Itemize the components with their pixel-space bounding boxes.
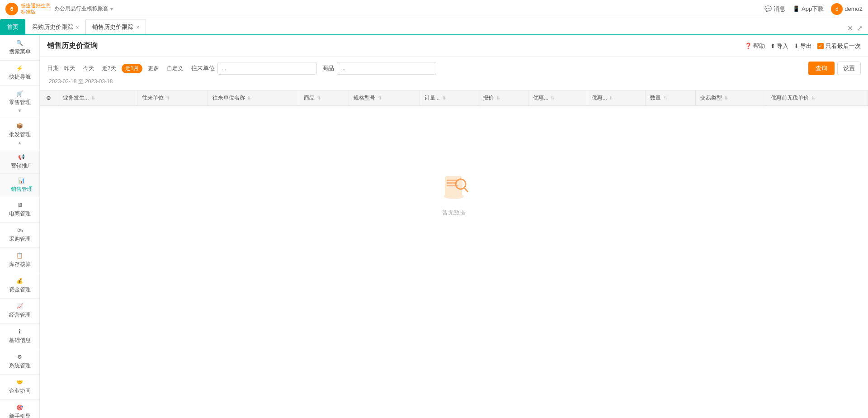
setting-button[interactable]: 设置 bbox=[837, 62, 861, 75]
col-partner-name-label: 往来单位名称 bbox=[212, 95, 245, 101]
sidebar-item-wholesale[interactable]: 📦 批发管理 ▲ bbox=[0, 118, 39, 150]
col-discount2: 优惠... ⇅ bbox=[587, 90, 646, 106]
col-date-label: 业务发生... bbox=[63, 95, 89, 101]
col-partner-code-label: 往来单位 bbox=[142, 95, 164, 101]
sidebar-item-collab[interactable]: 🤝 企业协同 bbox=[0, 375, 39, 400]
partner-input[interactable]: ... bbox=[217, 62, 317, 75]
sidebar-item-quicknav[interactable]: ⚡ 快捷导航 bbox=[0, 61, 39, 86]
only-last-checkbox-wrap[interactable]: ✓ 只看最后一次 bbox=[817, 42, 861, 50]
col-spec-label: 规格型号 bbox=[354, 95, 375, 101]
date-btn-1month[interactable]: 近1月 bbox=[122, 64, 143, 73]
main-layout: 🔍 搜索菜单 ⚡ 快捷导航 🛒 零售管理 ▼ 📦 批发管理 ▲ 📢 营销推广 📊… bbox=[0, 35, 868, 418]
wholesale-arrow-icon: ▲ bbox=[18, 140, 22, 145]
col-unit-label: 计量... bbox=[425, 95, 440, 101]
only-last-checkbox[interactable]: ✓ bbox=[817, 43, 824, 49]
sort-arrows-discount2[interactable]: ⇅ bbox=[609, 95, 613, 100]
message-button[interactable]: 💬 消息 bbox=[764, 5, 785, 13]
export-button[interactable]: ⬇ 导出 bbox=[794, 42, 812, 50]
sidebar-item-inventory[interactable]: 📋 库存核算 bbox=[0, 248, 39, 273]
sort-arrows-unit[interactable]: ⇅ bbox=[442, 95, 446, 100]
col-trade-type: 交易类型 ⇅ bbox=[696, 90, 766, 106]
date-btn-7days[interactable]: 近7天 bbox=[99, 64, 119, 73]
tab-purchase-history[interactable]: 采购历史价跟踪 × bbox=[25, 19, 85, 34]
sidebar-item-sales-mgmt[interactable]: 📊 销售管理 bbox=[0, 174, 39, 197]
top-bar: 6 畅捷通好生意 标准版 办公用品行业模拟账套 ▾ 💬 消息 📱 App下载 d… bbox=[0, 0, 868, 18]
wholesale-icon: 📦 bbox=[16, 123, 23, 129]
retail-icon: 🛒 bbox=[16, 90, 23, 97]
tab-bar: 首页 采购历史价跟踪 × 销售历史价跟踪 × ✕ ⤢ bbox=[0, 18, 868, 35]
query-button[interactable]: 查询 bbox=[808, 62, 835, 75]
breadcrumb-label: 办公用品行业模拟账套 bbox=[54, 5, 108, 13]
avatar: d bbox=[831, 3, 843, 15]
sort-arrows-partner-code[interactable]: ⇅ bbox=[166, 95, 170, 100]
close-purchase-tab-icon[interactable]: × bbox=[76, 24, 79, 30]
sidebar-item-search[interactable]: 🔍 搜索菜单 bbox=[0, 35, 39, 61]
operations-icon: 📈 bbox=[16, 303, 23, 309]
second-filter-row: 2023-02-18 至 2023-03-18 bbox=[47, 78, 861, 86]
retail-arrow-icon: ▼ bbox=[18, 108, 22, 113]
sidebar-item-finance[interactable]: 💰 资金管理 bbox=[0, 273, 39, 299]
sidebar-item-retail[interactable]: 🛒 零售管理 ▼ bbox=[0, 86, 39, 118]
product-input[interactable]: ... bbox=[337, 62, 436, 75]
help-button[interactable]: ❓ 帮助 bbox=[745, 42, 765, 50]
system-icon: ⚙ bbox=[17, 354, 22, 360]
sort-arrows-partner-name[interactable]: ⇅ bbox=[247, 95, 251, 100]
page-title: 销售历史价查询 bbox=[47, 41, 98, 51]
col-price: 报价 ⇅ bbox=[478, 90, 528, 106]
date-btn-custom[interactable]: 自定义 bbox=[164, 64, 186, 73]
col-partner-code: 往来单位 ⇅ bbox=[137, 90, 208, 106]
product-filter-item: 商品 ... bbox=[322, 62, 436, 75]
sort-arrows-spec[interactable]: ⇅ bbox=[378, 95, 382, 100]
sidebar-item-operations[interactable]: 📈 经营管理 bbox=[0, 299, 39, 324]
sidebar: 🔍 搜索菜单 ⚡ 快捷导航 🛒 零售管理 ▼ 📦 批发管理 ▲ 📢 营销推广 📊… bbox=[0, 35, 40, 418]
sidebar-system-label: 系统管理 bbox=[9, 362, 31, 370]
page-actions: ❓ 帮助 ⬆ 导入 ⬇ 导出 ✓ 只看最后一次 bbox=[745, 42, 861, 50]
app-download-button[interactable]: 📱 App下载 bbox=[793, 5, 824, 13]
sort-arrows-product[interactable]: ⇅ bbox=[317, 95, 321, 100]
sidebar-item-ecommerce[interactable]: 🖥 电商管理 bbox=[0, 197, 39, 223]
date-btn-yesterday[interactable]: 昨天 bbox=[61, 64, 78, 73]
tab-home[interactable]: 首页 bbox=[0, 19, 25, 34]
col-discount2-label: 优惠... bbox=[592, 95, 607, 101]
sidebar-item-system[interactable]: ⚙ 系统管理 bbox=[0, 349, 39, 375]
date-btn-more[interactable]: 更多 bbox=[145, 64, 161, 73]
close-all-tabs-icon[interactable]: ✕ bbox=[847, 24, 853, 33]
tab-sales-history[interactable]: 销售历史价跟踪 × bbox=[85, 19, 146, 34]
sort-arrows-discount1[interactable]: ⇅ bbox=[551, 95, 554, 100]
sort-arrows-qty[interactable]: ⇅ bbox=[664, 95, 667, 100]
sidebar-item-tutorial[interactable]: 🎯 新手引导 bbox=[0, 400, 39, 418]
gear-settings-col[interactable]: ⚙ bbox=[40, 90, 58, 106]
sort-arrows-pre-tax[interactable]: ⇅ bbox=[811, 95, 815, 100]
sidebar-item-basic-info[interactable]: ℹ 基础信息 bbox=[0, 324, 39, 349]
sidebar-tutorial-label: 新手引导 bbox=[9, 413, 31, 418]
breadcrumb-arrow-icon[interactable]: ▾ bbox=[110, 6, 113, 12]
col-trade-type-label: 交易类型 bbox=[700, 95, 722, 101]
date-btn-today[interactable]: 今天 bbox=[80, 64, 97, 73]
sidebar-item-marketing[interactable]: 📢 营销推广 bbox=[0, 150, 39, 174]
import-button[interactable]: ⬆ 导入 bbox=[770, 42, 788, 50]
only-last-label: 只看最后一次 bbox=[826, 42, 861, 50]
col-qty-label: 数量 bbox=[650, 95, 661, 101]
sort-arrows-price[interactable]: ⇅ bbox=[496, 95, 500, 100]
user-area[interactable]: d demo2 bbox=[831, 3, 863, 15]
filter-buttons: 查询 设置 bbox=[808, 62, 861, 75]
col-unit: 计量... ⇅ bbox=[420, 90, 478, 106]
collab-icon: 🤝 bbox=[16, 379, 23, 385]
col-discount1-label: 优惠... bbox=[533, 95, 548, 101]
basic-info-icon: ℹ bbox=[19, 328, 21, 335]
col-date: 业务发生... ⇅ bbox=[58, 90, 137, 106]
marketing-icon: 📢 bbox=[18, 154, 25, 160]
sort-arrows-date[interactable]: ⇅ bbox=[91, 95, 95, 100]
gear-settings-icon[interactable]: ⚙ bbox=[46, 95, 51, 101]
partner-label: 往来单位 bbox=[191, 64, 215, 72]
import-icon: ⬆ bbox=[770, 43, 775, 49]
message-icon: 💬 bbox=[764, 5, 772, 12]
export-icon: ⬇ bbox=[794, 43, 799, 49]
filter-row: 日期 昨天 今天 近7天 近1月 更多 自定义 往来单位 ... 商品 bbox=[47, 62, 861, 75]
sidebar-item-purchase[interactable]: 🛍 采购管理 bbox=[0, 223, 39, 248]
sidebar-collab-label: 企业协同 bbox=[9, 387, 31, 395]
sort-arrows-trade-type[interactable]: ⇅ bbox=[724, 95, 728, 100]
close-sales-tab-icon[interactable]: × bbox=[136, 24, 139, 30]
expand-icon[interactable]: ⤢ bbox=[857, 24, 863, 33]
sidebar-wholesale-label: 批发管理 bbox=[9, 131, 31, 138]
